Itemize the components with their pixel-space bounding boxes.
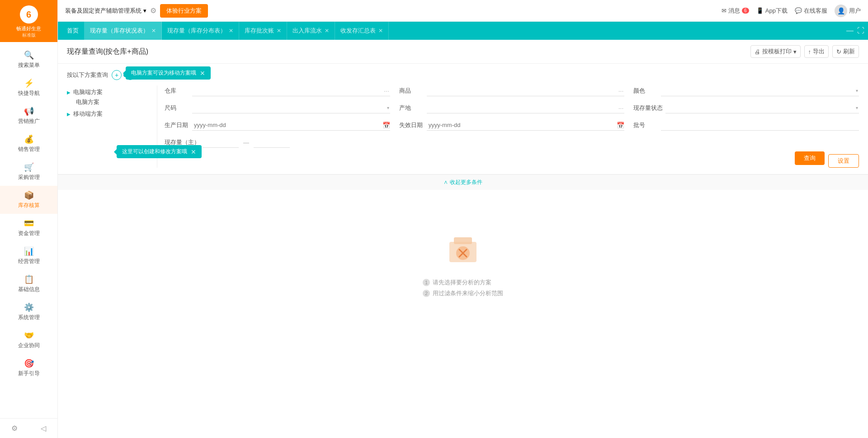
size-select[interactable] [192, 103, 390, 113]
avatar: 👤 [835, 5, 847, 17]
sidebar-item-nav[interactable]: ⚡ 快捷导航 [0, 74, 57, 102]
inventory-icon: 📦 [24, 190, 34, 200]
scheme-tooltip-text: 电脑方案可设为移动方案哦 [131, 69, 196, 77]
gear-icon[interactable]: ⚙ [150, 6, 156, 15]
goods-dots-icon[interactable]: ··· [618, 87, 625, 94]
filter-add-button[interactable]: + [112, 70, 122, 80]
logo-text: 畅通好生意 [16, 25, 41, 32]
sidebar-item-marketing[interactable]: 📢 营销推广 [0, 102, 57, 130]
sidebar-item-label: 资金管理 [18, 230, 40, 237]
origin-dots-icon[interactable]: ··· [618, 104, 625, 112]
industry-button[interactable]: 体验行业方案 [160, 4, 208, 18]
tab-maximize-icon[interactable]: ⛶ [857, 27, 864, 35]
app-download-action[interactable]: 📱 App下载 [756, 7, 788, 15]
tab-minimize-icon[interactable]: — [846, 27, 854, 35]
desktop-scheme-item[interactable]: 电脑方案 [67, 97, 150, 107]
nav-icon: ⚡ [24, 78, 34, 88]
settings-icon[interactable]: ⚙ [11, 424, 18, 433]
collapse-bar[interactable]: ∧ 收起更多条件 [58, 174, 868, 190]
origin-input[interactable] [427, 103, 618, 113]
sidebar-item-label: 新手引导 [18, 370, 40, 377]
sidebar-item-search[interactable]: 🔍 搜索菜单 [0, 46, 57, 74]
filter-header: 按以下方案查询 + ↻ ⟵ 电脑方案可设为移动方案哦 ✕ [67, 70, 859, 80]
prod-date-input[interactable] [192, 120, 382, 130]
stock-main-to-input[interactable] [254, 137, 333, 147]
mobile-scheme-label: 移动端方案 [73, 110, 103, 118]
origin-input-wrap: ··· [427, 103, 625, 113]
tab-batch[interactable]: 库存批次账 ✕ [239, 22, 287, 40]
print-button[interactable]: 🖨 按模板打印 ▾ [750, 45, 801, 58]
expire-date-input-wrap: 📅 [427, 120, 625, 131]
tab-flow[interactable]: 出入库流水 ✕ [287, 22, 335, 40]
tab-bar: 首页 现存量（库存状况表） ✕ 现存量（库存分布表） ✕ 库存批次账 ✕ 出入库… [58, 22, 868, 40]
calendar-icon[interactable]: 📅 [382, 122, 390, 129]
user-action[interactable]: 👤 用户 [835, 5, 861, 17]
batch-input[interactable] [661, 120, 859, 130]
tab-batch-label: 库存批次账 [245, 27, 274, 35]
stock-main-from-wrap [203, 137, 239, 148]
goods-input[interactable] [427, 85, 618, 96]
app-download-label: App下载 [765, 7, 788, 15]
expire-date-input[interactable] [427, 120, 617, 130]
messages-action[interactable]: ✉ 消息 6 [722, 7, 749, 15]
tab-close-icon[interactable]: ✕ [325, 28, 329, 34]
avatar-icon: 👤 [837, 7, 845, 14]
desktop-scheme-group: ▶ 电脑端方案 电脑方案 [67, 87, 150, 107]
sidebar-item-system[interactable]: ⚙️ 系统管理 [0, 298, 57, 326]
warehouse-input[interactable] [192, 85, 383, 96]
tab-close-icon[interactable]: ✕ [229, 28, 233, 34]
tab-inventory-dist[interactable]: 现存量（库存分布表） ✕ [162, 22, 239, 40]
sidebar-nav: 🔍 搜索菜单 ⚡ 快捷导航 📢 营销推广 💰 销售管理 🛒 采购管理 📦 库存核… [0, 42, 57, 418]
sidebar-item-inventory[interactable]: 📦 库存核算 [0, 186, 57, 214]
search-icon: 🔍 [24, 50, 34, 60]
tab-inventory-status-label: 现存量（库存状况表） [90, 27, 149, 35]
tab-home[interactable]: 首页 [61, 22, 85, 40]
page-title: 现存量查询(按仓库+商品) [67, 47, 148, 57]
content-area: 现存量查询(按仓库+商品) 🖨 按模板打印 ▾ ↑ 导出 ↻ 刷新 [58, 40, 868, 438]
goods-input-wrap: ··· [427, 85, 625, 96]
export-button[interactable]: ↑ 导出 [804, 45, 829, 58]
tab-close-icon[interactable]: ✕ [151, 28, 156, 34]
tab-flow-label: 出入库流水 [292, 27, 322, 35]
edit-tooltip-text: 这里可以创建和修改方案哦 [122, 148, 187, 155]
tab-inventory-status[interactable]: 现存量（库存状况表） ✕ [85, 22, 162, 40]
tab-summary[interactable]: 收发存汇总表 ✕ [335, 22, 389, 40]
reset-button[interactable]: 设置 [828, 154, 859, 168]
sidebar-item-basics[interactable]: 📋 基础信息 [0, 270, 57, 298]
tab-close-icon[interactable]: ✕ [378, 28, 383, 34]
sales-icon: 💰 [24, 134, 34, 144]
main-content: 装备及固定资产辅助管理系统 ▾ ⚙ 体验行业方案 ✉ 消息 6 📱 App下载 … [58, 0, 868, 438]
system-title-dropdown[interactable]: 装备及固定资产辅助管理系统 ▾ [65, 7, 146, 15]
tab-summary-label: 收发存汇总表 [340, 27, 376, 35]
page-container: 现存量查询(按仓库+商品) 🖨 按模板打印 ▾ ↑ 导出 ↻ 刷新 [58, 40, 868, 438]
goods-label: 商品 [399, 87, 424, 95]
sidebar-item-label: 销售管理 [18, 146, 40, 153]
mobile-scheme-header[interactable]: ▶ 移动端方案 [67, 109, 150, 119]
search-button[interactable]: 查询 [795, 151, 825, 165]
edit-tooltip-close[interactable]: ✕ [191, 148, 196, 155]
tip-text-2: 用过滤条件来缩小分析范围 [433, 289, 503, 297]
collapse-sidebar-icon[interactable]: ◁ [41, 424, 46, 433]
refresh-button[interactable]: ↻ 刷新 [832, 45, 859, 58]
online-support-action[interactable]: 💬 在线客服 [795, 7, 827, 15]
warehouse-dots-icon[interactable]: ··· [383, 87, 390, 94]
desktop-scheme-header[interactable]: ▶ 电脑端方案 [67, 87, 150, 97]
color-select[interactable] [661, 85, 859, 96]
sidebar-item-management[interactable]: 📊 经营管理 [0, 242, 57, 270]
sidebar-item-guide[interactable]: 🎯 新手引导 [0, 354, 57, 382]
warehouse-input-wrap: ··· [192, 85, 390, 96]
scheme-tooltip-close[interactable]: ✕ [200, 70, 205, 77]
sidebar-item-sales[interactable]: 💰 销售管理 [0, 130, 57, 158]
calendar-icon[interactable]: 📅 [617, 122, 624, 129]
management-icon: 📊 [24, 246, 34, 256]
sidebar-item-purchase[interactable]: 🛒 采购管理 [0, 158, 57, 186]
stock-status-select[interactable] [665, 103, 859, 113]
warehouse-field: 仓库 ··· [165, 85, 390, 96]
sidebar-item-finance[interactable]: 💳 资金管理 [0, 214, 57, 242]
origin-label: 产地 [399, 104, 424, 112]
tab-inventory-dist-label: 现存量（库存分布表） [167, 27, 226, 35]
messages-label: 消息 [728, 7, 740, 15]
sidebar-item-collab[interactable]: 🤝 企业协同 [0, 326, 57, 354]
tab-close-icon[interactable]: ✕ [277, 28, 281, 34]
scheme-tree: ▶ 电脑端方案 电脑方案 ▶ 移动端方案 [67, 85, 150, 122]
